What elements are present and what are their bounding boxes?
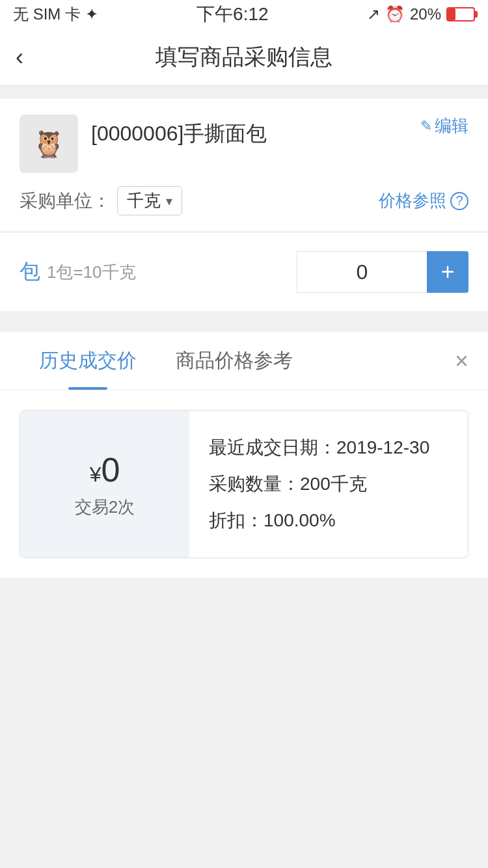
tabs-section: 历史成交价 商品价格参考 × ¥0 交易2次 最近成交日期：2019-12-30…: [0, 332, 488, 578]
price-value: 0: [101, 451, 120, 489]
product-name: [0000006]手撕面包: [91, 115, 267, 148]
recent-date-value: 2019-12-30: [336, 437, 429, 457]
product-card: 🦉 [0000006]手撕面包 ✎ 编辑 采购单位： 千克 ▾ 价格参照 ?: [0, 99, 488, 231]
purchase-quantity-value: 200千克: [300, 474, 367, 494]
back-button[interactable]: ‹: [16, 44, 23, 71]
history-trades-count: 交易2次: [75, 496, 135, 519]
tab-close-button[interactable]: ×: [455, 347, 468, 375]
unit-label: 采购单位：: [20, 189, 111, 213]
page-title: 填写商品采购信息: [156, 42, 332, 72]
recent-date-row: 最近成交日期：2019-12-30: [209, 434, 448, 461]
unit-select-dropdown[interactable]: 千克 ▾: [117, 186, 182, 215]
currency-symbol: ¥: [90, 463, 102, 486]
edit-icon: ✎: [420, 118, 432, 135]
location-icon: ↗: [367, 5, 380, 23]
quantity-input[interactable]: [297, 251, 427, 293]
price-reference-button[interactable]: 价格参照 ?: [379, 189, 468, 212]
quantity-label: 包 1包=10千克: [20, 258, 136, 286]
unit-selector-group: 采购单位： 千克 ▾: [20, 186, 182, 215]
history-card: ¥0 交易2次 最近成交日期：2019-12-30 采购数量：200千克 折扣：…: [20, 410, 468, 558]
bag-unit-hint: 1包=10千克: [47, 261, 136, 284]
product-unit-row: 采购单位： 千克 ▾ 价格参照 ?: [20, 186, 468, 215]
discount-row: 折扣：100.00%: [209, 507, 448, 534]
product-top: 🦉 [0000006]手撕面包 ✎ 编辑: [20, 115, 468, 173]
status-right: ↗ ⏰ 20%: [367, 5, 475, 23]
dropdown-arrow-icon: ▾: [166, 193, 172, 209]
history-content: ¥0 交易2次 最近成交日期：2019-12-30 采购数量：200千克 折扣：…: [0, 390, 488, 578]
history-price-left: ¥0 交易2次: [20, 411, 189, 558]
price-ref-label: 价格参照: [379, 189, 446, 212]
sim-status: 无 SIM 卡 ✦: [13, 4, 98, 25]
nav-bar: ‹ 填写商品采购信息: [0, 29, 488, 86]
bag-unit-label: 包: [20, 258, 40, 286]
status-bar: 无 SIM 卡 ✦ 下午6:12 ↗ ⏰ 20%: [0, 0, 488, 29]
help-icon: ?: [450, 192, 468, 210]
recent-date-label: 最近成交日期：: [209, 437, 336, 457]
quantity-control: +: [297, 251, 468, 293]
tab-price-reference[interactable]: 商品价格参考: [156, 332, 312, 390]
purchase-quantity-row: 采购数量：200千克: [209, 470, 448, 498]
tab-history-price[interactable]: 历史成交价: [20, 332, 156, 390]
unit-value: 千克: [127, 189, 161, 212]
discount-label: 折扣：: [209, 510, 264, 530]
product-info: 🦉 [0000006]手撕面包: [20, 115, 420, 173]
product-thumbnail: 🦉: [20, 115, 78, 173]
discount-value: 100.00%: [264, 510, 336, 530]
purchase-quantity-label: 采购数量：: [209, 474, 300, 494]
status-left: 无 SIM 卡 ✦: [13, 4, 98, 25]
tabs-header: 历史成交价 商品价格参考 ×: [0, 332, 488, 390]
quantity-plus-button[interactable]: +: [427, 251, 468, 293]
edit-button[interactable]: ✎ 编辑: [420, 115, 468, 137]
battery-icon: [446, 7, 475, 21]
history-details-right: 最近成交日期：2019-12-30 采购数量：200千克 折扣：100.00%: [189, 411, 468, 558]
section-divider: [0, 311, 488, 321]
history-price-display: ¥0: [90, 450, 120, 489]
alarm-icon: ⏰: [385, 5, 405, 23]
battery-percent: 20%: [410, 5, 441, 23]
product-logo-icon: 🦉: [33, 129, 65, 159]
quantity-row: 包 1包=10千克 +: [0, 232, 488, 311]
status-time: 下午6:12: [197, 2, 269, 27]
